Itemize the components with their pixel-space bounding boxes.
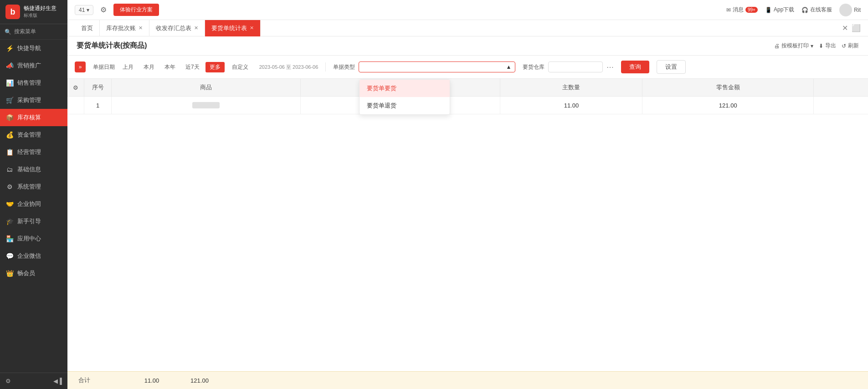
col-goods: 商品 (112, 79, 301, 97)
collapse-button[interactable]: ◀▐ (53, 378, 62, 384)
settings-icon[interactable]: ⚙ (5, 378, 11, 384)
refresh-label: 刷新 (848, 42, 859, 50)
operations-icon: 📋 (5, 148, 14, 156)
query-button[interactable]: 查询 (621, 61, 649, 73)
avatar (839, 4, 852, 16)
tab-home[interactable]: 首页 (75, 20, 100, 36)
page-title: 要货单统计表(按商品) (77, 41, 147, 51)
app-logo: b 畅捷通好生意 标准版 (0, 0, 67, 24)
sidebar-item-inventory[interactable]: 📦 库存核算 (0, 109, 67, 126)
warehouse-filter-group: 要货仓库 ⋯ (523, 61, 614, 72)
row-amount-cell: 121.00 (642, 97, 814, 114)
dropdown-item-order-return[interactable]: 要货单退货 (360, 97, 450, 114)
export-label: 导出 (825, 42, 836, 50)
app-name: 畅捷通好生意 (24, 5, 56, 12)
refresh-icon: ↺ (842, 43, 846, 49)
top-bar-left: 41 ▾ ⚙ 体验行业方案 (75, 4, 721, 16)
data-table: ⚙ 序号 商品 主计量单位 主数量 零售金额 1 (67, 79, 868, 114)
more-filters-button[interactable]: ⋯ (606, 63, 614, 72)
sidebar-item-appstore[interactable]: 🏪 应用中心 (0, 230, 67, 247)
sidebar-item-label: 销售管理 (17, 79, 41, 87)
sidebar-item-guide[interactable]: 🎓 新手引导 (0, 213, 67, 230)
sidebar-item-marketing[interactable]: 📣 营销推广 (0, 57, 67, 74)
top-gear-button[interactable]: ⚙ (97, 4, 110, 16)
table-footer: 合计 11.00 121.00 (67, 371, 868, 389)
type-select[interactable]: ▲ (359, 61, 515, 72)
warehouse-filter-label: 要货仓库 (523, 63, 544, 71)
date-last-month-btn[interactable]: 上月 (118, 62, 138, 72)
online-service-label: 在线客服 (810, 6, 832, 14)
inventory-icon: 📦 (5, 114, 14, 121)
phone-icon: 📱 (765, 7, 772, 13)
col-settings[interactable]: ⚙ (67, 79, 84, 97)
logo-icon: b (5, 5, 20, 19)
sidebar-item-sales[interactable]: 📊 销售管理 (0, 74, 67, 92)
tab-receivable-summary-close[interactable]: ✕ (194, 25, 198, 31)
sidebar-item-finance[interactable]: 💰 资金管理 (0, 126, 67, 143)
sidebar-item-system[interactable]: ⚙ 系统管理 (0, 178, 67, 195)
data-table-container: ⚙ 序号 商品 主计量单位 主数量 零售金额 1 (67, 79, 868, 371)
col-quantity: 主数量 (500, 79, 642, 97)
col-extra (813, 79, 868, 97)
date-quick-buttons: 上月 本月 本年 近7天 更多 (118, 62, 225, 72)
tab-inventory-batch[interactable]: 库存批次账 ✕ (100, 20, 149, 36)
page-header-actions: 🖨 按模板打印 ▾ ⬇ 导出 ↺ 刷新 (774, 42, 859, 50)
sidebar-footer: ⚙ ◀▐ (0, 373, 67, 389)
sidebar-item-member[interactable]: 👑 畅会员 (0, 265, 67, 282)
app-download-button[interactable]: 📱 App下载 (765, 6, 794, 14)
tab-receivable-summary[interactable]: 收发存汇总表 ✕ (149, 20, 205, 36)
export-icon: ⬇ (819, 43, 823, 49)
purchase-icon: 🛒 (5, 97, 14, 104)
sidebar: b 畅捷通好生意 标准版 🔍 搜索菜单 ⚡ 快捷导航 📣 营销推广 📊 销售管理… (0, 0, 67, 389)
sidebar-item-basic[interactable]: 🗂 基础信息 (0, 161, 67, 178)
chevron-down-icon: ▾ (87, 7, 89, 13)
dropdown-item-order-goods[interactable]: 要货单要货 (360, 80, 450, 97)
user-name: Rit (854, 7, 861, 13)
date-last-7days-btn[interactable]: 近7天 (181, 62, 204, 72)
tab-actions: ✕ ⬜ (842, 24, 861, 32)
tab-close-all-icon[interactable]: ✕ (842, 24, 848, 32)
sidebar-item-purchase[interactable]: 🛒 采购管理 (0, 92, 67, 109)
expand-icon: » (79, 64, 82, 70)
sidebar-item-operations[interactable]: 📋 经营管理 (0, 143, 67, 161)
sidebar-item-quick-nav[interactable]: ⚡ 快捷导航 (0, 40, 67, 57)
date-range-text: 2023-05-06 至 2023-06-06 (259, 64, 318, 71)
guide-icon: 🎓 (5, 218, 14, 225)
print-button[interactable]: 🖨 按模板打印 ▾ (774, 42, 813, 50)
company-selector[interactable]: 41 ▾ (75, 5, 93, 15)
member-icon: 👑 (5, 270, 14, 277)
date-filter-label: 单据日期 (93, 63, 115, 71)
user-profile[interactable]: Rit (839, 4, 861, 16)
filter-settings-button[interactable]: 设置 (657, 60, 686, 74)
chevron-up-icon: ▲ (506, 64, 511, 70)
top-bar: 41 ▾ ⚙ 体验行业方案 ✉ 消息 99+ 📱 App下载 🎧 在线客服 (67, 0, 868, 20)
search-icon: 🔍 (5, 29, 11, 35)
filter-expand-button[interactable]: » (75, 61, 86, 72)
sidebar-item-label: 系统管理 (17, 183, 41, 191)
tab-order-summary[interactable]: 要货单统计表 ✕ (205, 20, 261, 36)
sidebar-item-label: 企业微信 (17, 252, 41, 260)
date-more-btn[interactable]: 更多 (205, 62, 225, 72)
tab-maximize-icon[interactable]: ⬜ (852, 24, 861, 32)
headset-icon: 🎧 (801, 7, 808, 13)
tab-inventory-batch-close[interactable]: ✕ (139, 25, 143, 31)
blurred-goods-name (192, 102, 220, 108)
table-header-row: ⚙ 序号 商品 主计量单位 主数量 零售金额 (67, 79, 868, 97)
date-custom-button[interactable]: 自定义 (228, 62, 252, 72)
sidebar-item-enterprise[interactable]: 🤝 企业协同 (0, 195, 67, 213)
warehouse-input[interactable] (548, 61, 603, 72)
date-this-month-btn[interactable]: 本月 (139, 62, 159, 72)
messages-button[interactable]: ✉ 消息 99+ (726, 6, 758, 14)
sidebar-search[interactable]: 🔍 搜索菜单 (0, 24, 67, 40)
refresh-button[interactable]: ↺ 刷新 (842, 42, 859, 50)
tab-order-summary-label: 要货单统计表 (211, 24, 247, 32)
industry-button[interactable]: 体验行业方案 (113, 4, 159, 16)
filter-divider-1 (325, 62, 326, 72)
tab-order-summary-close[interactable]: ✕ (250, 25, 254, 31)
sidebar-item-wechat[interactable]: 💬 企业微信 (0, 247, 67, 265)
page-header: 要货单统计表(按商品) 🖨 按模板打印 ▾ ⬇ 导出 ↺ 刷新 (67, 36, 868, 56)
online-service-button[interactable]: 🎧 在线客服 (801, 6, 832, 14)
row-extra-cell (813, 97, 868, 114)
date-this-year-btn[interactable]: 本年 (160, 62, 180, 72)
export-button[interactable]: ⬇ 导出 (819, 42, 836, 50)
